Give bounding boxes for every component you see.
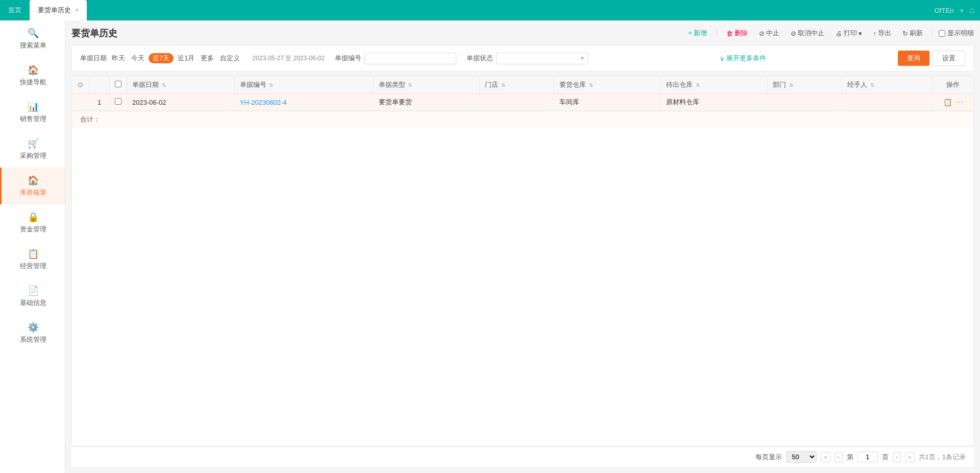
- sidebar-item-purchase-mgmt-label: 采购管理: [20, 151, 46, 160]
- th-pending-warehouse[interactable]: 待出仓库 ⇅: [661, 76, 768, 94]
- sidebar-item-ops-mgmt[interactable]: 📋 经营管理: [0, 241, 65, 278]
- divider-1: [717, 29, 717, 37]
- expand-more-btn[interactable]: ∨ 展开更多条件: [720, 54, 766, 63]
- next-page-button[interactable]: ›: [893, 452, 901, 462]
- print-dropdown-icon: ▾: [859, 30, 862, 37]
- last-page-button[interactable]: »: [905, 452, 915, 462]
- sidebar-item-finance-mgmt-label: 资金管理: [20, 225, 46, 234]
- select-all-checkbox[interactable]: [115, 81, 121, 87]
- refresh-button[interactable]: ↻ 刷新: [899, 27, 926, 40]
- sort-reqwarehouse-icon[interactable]: ⇅: [589, 82, 593, 88]
- sort-date-icon[interactable]: ⇅: [162, 82, 166, 88]
- summary-row: 合计：: [72, 111, 973, 128]
- sidebar-item-sales-mgmt[interactable]: 📊 销售管理: [0, 94, 65, 131]
- date-shortcut-1month[interactable]: 近1月: [176, 53, 197, 63]
- filter-row-1: 单据日期 昨天 今天 近7天 近1月 更多 自定义 2023-05-27 至 2…: [80, 51, 965, 66]
- per-page-select[interactable]: 20 50 100: [786, 451, 817, 463]
- sidebar-item-quick-nav[interactable]: 🏠 快捷导航: [0, 57, 65, 94]
- date-shortcut-more[interactable]: 更多: [199, 53, 216, 63]
- window-maximize-icon[interactable]: □: [970, 7, 974, 14]
- sort-store-icon[interactable]: ⇅: [501, 82, 505, 88]
- window-close-icon[interactable]: ×: [960, 7, 964, 14]
- sidebar-item-finance-mgmt[interactable]: 🔒 资金管理: [0, 204, 65, 241]
- date-shortcut-today[interactable]: 今天: [129, 53, 146, 63]
- setting-button[interactable]: 设置: [933, 51, 965, 66]
- sidebar-item-sales-mgmt-label: 销售管理: [20, 114, 46, 124]
- doc-no-link[interactable]: YH-20230602-4: [240, 99, 287, 106]
- th-check[interactable]: [110, 76, 127, 94]
- sort-dept-icon[interactable]: ⇅: [789, 82, 793, 88]
- sort-docno-icon[interactable]: ⇅: [269, 82, 273, 88]
- sidebar-item-search-menu-label: 搜索菜单: [20, 41, 46, 50]
- prev-page-button[interactable]: ‹: [835, 452, 843, 462]
- inventory-check-icon: 🏠: [28, 175, 39, 186]
- stop-label: 中止: [766, 29, 779, 38]
- delete-label: 删除: [734, 29, 748, 38]
- row-checkbox[interactable]: [115, 98, 121, 105]
- purchase-mgmt-icon: 🛒: [28, 138, 39, 149]
- td-dept: [767, 94, 842, 111]
- sidebar-item-ops-mgmt-label: 经营管理: [20, 262, 46, 271]
- th-date[interactable]: 单据日期 ⇅: [127, 76, 235, 94]
- status-select[interactable]: [496, 53, 588, 64]
- date-shortcuts: 昨天 今天 近7天 近1月 更多 自定义: [110, 53, 242, 63]
- pagination-info: 共1页，1条记录: [919, 453, 966, 462]
- content-area: 要货单历史 + 新增 🗑 删除 ⊘ 中止 ⊘ 取消中止: [65, 20, 980, 473]
- doc-no-filter-group: 单据编号: [335, 53, 456, 64]
- tab-requisition-history[interactable]: 要货单历史 ×: [30, 0, 87, 20]
- row-edit-icon[interactable]: 📋: [943, 98, 952, 106]
- print-button[interactable]: 🖨 打印 ▾: [832, 27, 865, 40]
- page-number-input[interactable]: [857, 452, 878, 462]
- th-doc-no[interactable]: 单据编号 ⇅: [234, 76, 373, 94]
- sidebar-item-search-menu[interactable]: 🔍 搜索菜单: [0, 20, 65, 57]
- cancel-stop-button[interactable]: ⊘ 取消中止: [788, 27, 827, 40]
- sidebar-item-sys-mgmt[interactable]: ⚙️ 系统管理: [0, 315, 65, 351]
- filter-panel: 单据日期 昨天 今天 近7天 近1月 更多 自定义 2023-05-27 至 2…: [71, 45, 974, 72]
- sort-handler-icon[interactable]: ⇅: [870, 82, 874, 88]
- toolbar: + 新增 🗑 删除 ⊘ 中止 ⊘ 取消中止 🖨 打印: [685, 27, 974, 40]
- divider-2: [932, 29, 933, 37]
- th-handler[interactable]: 经手人 ⇅: [842, 76, 933, 94]
- th-ops: 操作: [933, 76, 973, 94]
- stop-button[interactable]: ⊘ 中止: [756, 27, 782, 40]
- date-shortcut-custom[interactable]: 自定义: [218, 53, 242, 63]
- th-dept[interactable]: 部门 ⇅: [767, 76, 842, 94]
- th-store[interactable]: 门店 ⇅: [480, 76, 554, 94]
- sort-doctype-icon[interactable]: ⇅: [408, 82, 412, 88]
- first-page-button[interactable]: «: [821, 452, 830, 462]
- td-row-num: 1: [89, 94, 110, 111]
- tab-close-icon[interactable]: ×: [75, 7, 79, 14]
- date-filter-group: 单据日期 昨天 今天 近7天 近1月 更多 自定义: [80, 53, 242, 63]
- td-req-warehouse: 车间库: [554, 94, 661, 111]
- pagination-bar: 每页显示 20 50 100 « ‹ 第 页 › » 共1页，1条记录: [71, 446, 974, 467]
- show-detail-checkbox[interactable]: [939, 30, 945, 37]
- base-info-icon: 📄: [28, 285, 39, 296]
- print-icon: 🖨: [836, 30, 842, 37]
- export-button[interactable]: ↑ 导出: [870, 27, 895, 40]
- tab-list: 首页 要货单历史 ×: [0, 0, 87, 20]
- query-button[interactable]: 查询: [898, 51, 929, 66]
- sidebar-item-base-info[interactable]: 📄 基础信息: [0, 278, 65, 315]
- date-shortcut-7days[interactable]: 近7天: [149, 53, 174, 63]
- td-row-check[interactable]: [110, 94, 127, 111]
- td-ops: 📋 ⋯: [933, 94, 973, 111]
- sort-pendingwarehouse-icon[interactable]: ⇅: [696, 82, 700, 88]
- th-req-warehouse[interactable]: 要货仓库 ⇅: [554, 76, 661, 94]
- delete-button[interactable]: 🗑 删除: [723, 27, 751, 40]
- td-doc-no: YH-20230602-4: [234, 94, 373, 111]
- show-detail-label: 显示明细: [947, 29, 974, 38]
- show-detail-toggle[interactable]: 显示明细: [939, 29, 974, 38]
- th-doc-type[interactable]: 单据类型 ⇅: [373, 76, 480, 94]
- refresh-icon: ↻: [902, 30, 908, 37]
- row-more-icon[interactable]: ⋯: [956, 98, 963, 106]
- sidebar-item-purchase-mgmt[interactable]: 🛒 采购管理: [0, 131, 65, 168]
- settings-gear-icon[interactable]: ⚙: [77, 81, 84, 89]
- tab-home-label: 首页: [8, 6, 21, 15]
- th-settings[interactable]: ⚙: [72, 76, 89, 94]
- doc-no-input[interactable]: [364, 53, 456, 64]
- new-button[interactable]: + 新增: [685, 27, 710, 40]
- tab-home[interactable]: 首页: [0, 0, 30, 20]
- sidebar-item-inventory-check[interactable]: 🏠 库存核算: [0, 168, 65, 204]
- status-select-wrapper: [496, 53, 588, 64]
- date-shortcut-yesterday[interactable]: 昨天: [110, 53, 127, 63]
